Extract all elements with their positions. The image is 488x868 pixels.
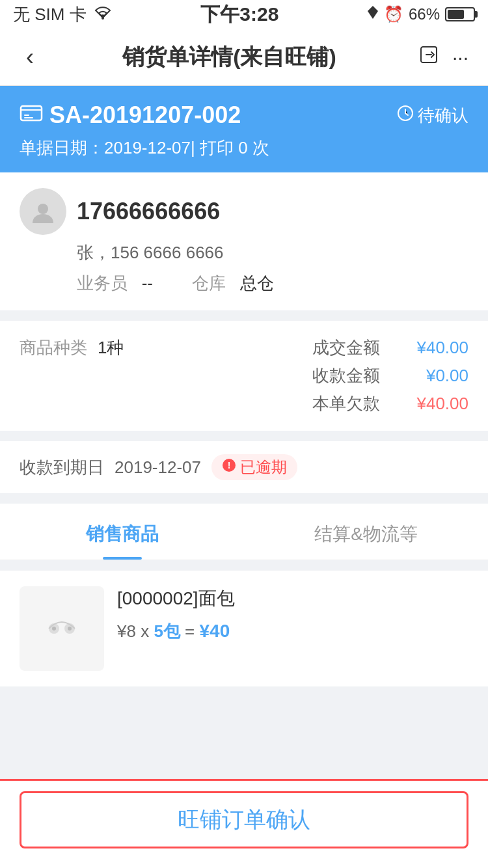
product-info: [0000002]面包 ¥8 x 5包 = ¥40	[117, 586, 468, 643]
bottom-bar: 旺铺订单确认	[0, 779, 488, 868]
quantity: 5包	[154, 621, 180, 641]
product-image	[20, 586, 104, 671]
received-row: 收款金额 ¥0.00	[312, 364, 468, 387]
confirm-order-button[interactable]: 旺铺订单确认	[20, 791, 468, 848]
overdue-text: 已逾期	[240, 457, 287, 478]
product-item: [0000002]面包 ¥8 x 5包 = ¥40	[0, 571, 488, 686]
multiply-sign: x	[141, 621, 154, 641]
order-date: 单据日期：2019-12-07| 打印 0 次	[20, 137, 468, 159]
due-date-label: 收款到期日	[20, 456, 104, 479]
tab-sales-products[interactable]: 销售商品	[0, 504, 244, 560]
amounts: 成交金额 ¥40.00 收款金额 ¥0.00 本单欠款 ¥40.00	[312, 336, 468, 415]
status-right: ⏰ 66%	[367, 5, 475, 23]
svg-point-8	[52, 627, 56, 631]
nav-bar: ‹ 销货单详情(来自旺铺) ···	[0, 29, 488, 86]
tabs: 销售商品 结算&物流等	[0, 504, 488, 560]
transaction-row: 成交金额 ¥40.00	[312, 336, 468, 359]
share-button[interactable]	[418, 44, 439, 70]
nav-actions: ···	[418, 44, 468, 70]
order-header: SA-20191207-002 待确认 单据日期：2019-12-07| 打印 …	[0, 86, 488, 172]
battery-percentage: 66%	[409, 5, 440, 23]
received-amount: ¥0.00	[390, 366, 468, 386]
due-section: 收款到期日 2019-12-07 ! 已逾期	[0, 441, 488, 493]
battery-icon	[445, 7, 475, 21]
carrier-label: 无 SIM 卡	[13, 3, 87, 26]
product-price: ¥8 x 5包 = ¥40	[117, 620, 468, 643]
owed-row: 本单欠款 ¥40.00	[312, 392, 468, 415]
product-name: [0000002]面包	[117, 586, 468, 611]
salesperson-value: --	[142, 273, 153, 293]
overdue-icon: !	[222, 458, 236, 476]
summary-section: 商品种类 1种 成交金额 ¥40.00 收款金额 ¥0.00 本单欠款 ¥40.…	[0, 321, 488, 431]
clock-icon	[397, 105, 414, 126]
warehouse-label: 仓库	[192, 273, 226, 293]
tab-settlement[interactable]: 结算&物流等	[244, 504, 488, 560]
status-time: 下午3:28	[200, 1, 278, 28]
status-left: 无 SIM 卡	[13, 3, 113, 26]
svg-point-0	[102, 17, 104, 20]
svg-point-10	[68, 627, 72, 631]
product-type: 商品种类 1种	[20, 336, 124, 359]
svg-point-4	[38, 204, 48, 214]
due-date-value: 2019-12-07	[115, 457, 201, 478]
customer-name: 张，156 6666 6666	[20, 241, 468, 264]
wifi-icon	[93, 5, 113, 25]
customer-section: 17666666666 张，156 6666 6666 业务员 -- 仓库 总仓	[0, 172, 488, 310]
total-price: ¥40	[200, 621, 230, 641]
more-button[interactable]: ···	[452, 46, 468, 68]
owed-amount: ¥40.00	[390, 394, 468, 414]
order-status: 待确认	[397, 104, 468, 127]
warehouse-value: 总仓	[240, 273, 274, 293]
status-bar: 无 SIM 卡 下午3:28 ⏰ 66%	[0, 0, 488, 29]
salesperson-label: 业务员	[77, 273, 128, 293]
customer-meta: 业务员 -- 仓库 总仓	[20, 272, 468, 295]
equals-sign: =	[185, 621, 199, 641]
unit-price: ¥8	[117, 621, 136, 641]
transaction-amount: ¥40.00	[390, 338, 468, 358]
avatar	[20, 188, 66, 235]
back-button[interactable]: ‹	[20, 37, 40, 77]
svg-text:!: !	[228, 460, 231, 470]
overdue-badge: ! 已逾期	[211, 454, 297, 480]
order-icon	[20, 102, 43, 129]
page-title: 销货单详情(来自旺铺)	[122, 42, 336, 72]
customer-phone: 17666666666	[77, 198, 220, 225]
alarm-icon: ⏰	[384, 5, 403, 23]
order-id: SA-20191207-002	[20, 102, 241, 129]
location-icon	[367, 5, 379, 23]
